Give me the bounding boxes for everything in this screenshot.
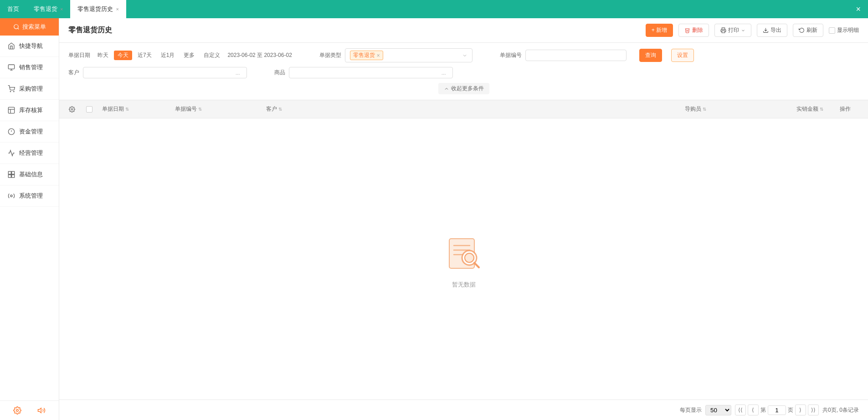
- th-amount[interactable]: 实销金额 ⇅: [754, 105, 827, 113]
- th-date[interactable]: 单据日期 ⇅: [98, 105, 171, 113]
- date-btn-more[interactable]: 更多: [180, 51, 198, 60]
- svg-point-18: [16, 410, 19, 412]
- page-header: 零售退货历史 + 新增 删除 打印 导出: [59, 18, 868, 43]
- sort-customer-icon: ⇅: [278, 107, 282, 112]
- delete-button[interactable]: 删除: [678, 24, 709, 37]
- col-settings: [64, 106, 80, 113]
- svg-rect-14: [12, 171, 15, 174]
- window-close-button[interactable]: ×: [848, 5, 868, 14]
- bill-type-dropdown-icon: [462, 53, 467, 58]
- pagination: 每页显示 50 10 20 100 ⟨⟨ ⟨ 第 页 ⟩ ⟩⟩ 共0页, 0条记…: [59, 400, 868, 420]
- goods-input[interactable]: [294, 70, 440, 76]
- print-button[interactable]: 打印: [714, 24, 751, 37]
- sidebar-search-label: 搜索菜单: [22, 23, 46, 31]
- filter-bill-no: 单据编号: [500, 50, 627, 61]
- date-btn-yesterday[interactable]: 昨天: [94, 51, 112, 60]
- tab-retail-return-label: 零售退货: [34, 5, 57, 13]
- svg-rect-15: [8, 175, 11, 178]
- svg-point-29: [465, 253, 474, 262]
- filter-area: 单据日期 昨天 今天 近7天 近1月 更多 自定义 2023-06-02 至 2…: [59, 43, 868, 100]
- speaker-button[interactable]: [37, 406, 46, 415]
- empty-text: 暂无数据: [452, 281, 476, 289]
- svg-point-22: [71, 108, 73, 110]
- tab-home-label: 首页: [7, 5, 19, 13]
- tab-list: 首页 零售退货 × 零售退货历史 ×: [0, 0, 848, 18]
- customer-input[interactable]: [88, 70, 234, 76]
- tab-home[interactable]: 首页: [0, 0, 26, 18]
- svg-rect-13: [8, 171, 11, 174]
- operations-icon: [7, 149, 15, 157]
- sidebar-item-sales-label: 销售管理: [19, 63, 43, 72]
- table-settings-icon[interactable]: [69, 106, 75, 113]
- date-btn-custom[interactable]: 自定义: [200, 51, 224, 60]
- collapse-button[interactable]: 收起更多条件: [438, 83, 489, 94]
- sidebar-item-sales[interactable]: 销售管理: [0, 57, 59, 78]
- table-header: 单据日期 ⇅ 单据编号 ⇅ 客户 ⇅ 导购员 ⇅ 实销金额 ⇅: [59, 100, 868, 118]
- svg-point-0: [14, 25, 18, 29]
- filter-row-1: 单据日期 昨天 今天 近7天 近1月 更多 自定义 2023-06-02 至 2…: [68, 48, 859, 62]
- filter-goods: 商品 ...: [274, 67, 453, 78]
- th-customer[interactable]: 客户 ⇅: [262, 105, 681, 113]
- bill-type-tag-close[interactable]: ×: [377, 52, 380, 59]
- settings-filter-button[interactable]: 设置: [671, 49, 694, 62]
- sidebar-item-inventory[interactable]: 库存核算: [0, 100, 59, 121]
- sidebar-item-quick-nav[interactable]: 快捷导航: [0, 36, 59, 57]
- page-prev-button[interactable]: ⟨: [748, 405, 759, 415]
- empty-state: 暂无数据: [59, 118, 868, 400]
- export-button[interactable]: 导出: [757, 24, 787, 37]
- bill-type-select[interactable]: 零售退货 ×: [345, 48, 473, 62]
- bill-no-label: 单据编号: [500, 51, 522, 59]
- goods-ellipsis: ...: [442, 70, 446, 76]
- sidebar-item-basic-info-label: 基础信息: [19, 170, 43, 179]
- svg-rect-7: [8, 107, 14, 113]
- svg-point-5: [10, 91, 10, 92]
- sidebar-item-finance[interactable]: 资金管理: [0, 121, 59, 143]
- tab-retail-return-close[interactable]: ×: [60, 6, 63, 12]
- sidebar-item-purchase-label: 采购管理: [19, 85, 43, 93]
- page-first-button[interactable]: ⟨⟨: [735, 405, 746, 415]
- sidebar-item-purchase[interactable]: 采购管理: [0, 78, 59, 100]
- per-page-select[interactable]: 50 10 20 100: [705, 405, 731, 415]
- sidebar-item-operations[interactable]: 经营管理: [0, 143, 59, 164]
- page-number-input[interactable]: [768, 405, 786, 415]
- page-next-button[interactable]: ⟩: [795, 405, 806, 415]
- sort-amount-icon: ⇅: [820, 107, 823, 112]
- tab-retail-return-history-close[interactable]: ×: [116, 6, 118, 12]
- toolbar: + 新增 删除 打印 导出 刷新: [646, 24, 859, 37]
- date-btn-today[interactable]: 今天: [114, 51, 132, 60]
- new-button[interactable]: + 新增: [646, 24, 673, 37]
- date-btn-1month[interactable]: 近1月: [157, 51, 179, 60]
- settings-button[interactable]: [13, 406, 21, 415]
- main-layout: 搜索菜单 快捷导航 销售管理 采购管理 库存核算: [0, 18, 868, 420]
- date-label: 单据日期: [68, 51, 90, 59]
- svg-line-30: [474, 263, 479, 267]
- refresh-icon: [799, 27, 805, 33]
- query-button[interactable]: 查询: [639, 49, 662, 62]
- top-bar: 首页 零售退货 × 零售退货历史 × ×: [0, 0, 868, 18]
- select-all-checkbox[interactable]: [86, 106, 92, 113]
- sort-bill-icon: ⇅: [198, 107, 202, 112]
- sidebar-item-basic-info[interactable]: 基础信息: [0, 164, 59, 185]
- sidebar-item-quick-nav-label: 快捷导航: [19, 42, 43, 50]
- bill-no-input-wrap: [525, 50, 627, 61]
- table-area: 单据日期 ⇅ 单据编号 ⇅ 客户 ⇅ 导购员 ⇅ 实销金额 ⇅: [59, 100, 868, 420]
- page-last-button[interactable]: ⟩⟩: [808, 405, 819, 415]
- tab-retail-return[interactable]: 零售退货 ×: [26, 0, 70, 18]
- print-icon: [720, 27, 726, 33]
- display-toggle[interactable]: 显示明细: [829, 26, 859, 34]
- tab-retail-return-history[interactable]: 零售退货历史 ×: [70, 0, 126, 18]
- refresh-button[interactable]: 刷新: [793, 24, 823, 37]
- inventory-icon: [7, 106, 15, 114]
- sidebar-search[interactable]: 搜索菜单: [0, 18, 59, 36]
- th-bill-no[interactable]: 单据编号 ⇅: [171, 105, 262, 113]
- bill-no-input[interactable]: [530, 52, 621, 59]
- svg-point-6: [14, 91, 14, 92]
- sidebar-item-system[interactable]: 系统管理: [0, 185, 59, 207]
- finance-icon: [7, 128, 15, 136]
- svg-point-17: [10, 195, 12, 197]
- date-btn-7days[interactable]: 近7天: [134, 51, 155, 60]
- th-guide[interactable]: 导购员 ⇅: [681, 105, 754, 113]
- svg-rect-2: [8, 65, 14, 69]
- sales-icon: [7, 63, 15, 72]
- page-nav: ⟨⟨ ⟨ 第 页 ⟩ ⟩⟩: [735, 405, 819, 415]
